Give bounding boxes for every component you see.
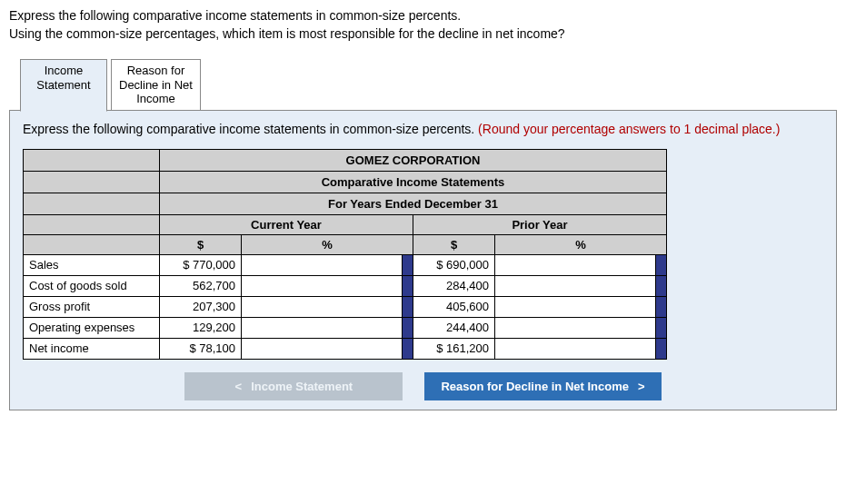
cell-handle-icon[interactable] [655,297,666,317]
percent-current-cell [242,254,413,275]
percent-current-input[interactable] [242,297,402,317]
statement-subtitle: Comparative Income Statements [160,171,667,193]
amount-current: $ 770,000 [160,254,242,275]
tab-label: Income [136,92,175,105]
col-percent: % [242,234,413,254]
amount-prior: $ 690,000 [413,254,495,275]
cell-handle-icon[interactable] [655,318,666,338]
amount-current: 129,200 [160,317,242,338]
cell-handle-icon[interactable] [655,255,666,275]
amount-prior: 405,600 [413,296,495,317]
percent-current-input[interactable] [242,255,402,275]
amount-prior: 284,400 [413,275,495,296]
cell-handle-icon[interactable] [402,297,413,317]
col-dollar: $ [413,234,495,254]
tab-label: Reason for [127,64,185,77]
col-percent: % [495,234,667,254]
tab-label: Decline in Net [119,78,193,92]
percent-current-input[interactable] [242,276,402,296]
tab-income-statement[interactable]: Income Statement [20,59,107,112]
statement-period: For Years Ended December 31 [160,193,667,214]
table-row: Net income $ 78,100 $ 161,200 [24,338,667,359]
question-line1: Express the following comparative income… [9,8,461,23]
amount-current: $ 78,100 [160,338,242,359]
instruction-main: Express the following comparative income… [23,122,478,136]
chevron-right-icon: > [638,380,645,393]
question-text: Express the following comparative income… [9,7,837,43]
col-current-year: Current Year [160,214,413,234]
tab-reason-decline[interactable]: Reason for Decline in Net Income [111,59,201,111]
stub-cell [24,149,160,171]
col-prior-year: Prior Year [413,214,667,234]
stub-cell [24,193,160,214]
cell-handle-icon[interactable] [402,276,413,296]
question-line2: Using the common-size percentages, which… [9,26,565,41]
tab-bar: Income Statement Reason for Decline in N… [20,59,837,111]
stub-cell [24,234,160,254]
prev-button-label: Income Statement [251,380,353,393]
cell-handle-icon[interactable] [402,339,413,359]
cell-handle-icon[interactable] [402,255,413,275]
row-label: Cost of goods sold [24,275,160,296]
table-row: Operating expenses 129,200 244,400 [24,317,667,338]
amount-prior: 244,400 [413,317,495,338]
table-row: Cost of goods sold 562,700 284,400 [24,275,667,296]
table-row: Sales $ 770,000 $ 690,000 [24,254,667,275]
nav-buttons: < Income Statement Reason for Decline in… [10,372,836,400]
cell-handle-icon[interactable] [655,276,666,296]
tab-label: Statement [36,78,90,92]
instruction-text: Express the following comparative income… [23,122,823,136]
row-label: Gross profit [24,296,160,317]
worksheet-panel: Express the following comparative income… [9,110,837,410]
amount-current: 562,700 [160,275,242,296]
table-row: Gross profit 207,300 405,600 [24,296,667,317]
percent-prior-input[interactable] [495,318,655,338]
stub-cell [24,214,160,234]
company-title: GOMEZ CORPORATION [160,149,667,171]
amount-prior: $ 161,200 [413,338,495,359]
chevron-left-icon: < [235,380,243,393]
col-dollar: $ [160,234,242,254]
amount-current: 207,300 [160,296,242,317]
percent-prior-input[interactable] [495,255,655,275]
income-statement-table: GOMEZ CORPORATION Comparative Income Sta… [23,149,667,360]
next-button[interactable]: Reason for Decline in Net Income > [424,372,661,400]
income-statement-sheet: GOMEZ CORPORATION Comparative Income Sta… [23,149,667,360]
percent-prior-input[interactable] [495,339,655,359]
prev-button[interactable]: < Income Statement [184,372,403,400]
cell-handle-icon[interactable] [402,318,413,338]
row-label: Operating expenses [24,317,160,338]
cell-handle-icon[interactable] [655,339,666,359]
percent-prior-input[interactable] [495,276,655,296]
instruction-rounding: (Round your percentage answers to 1 deci… [478,122,780,136]
tab-label: Income [45,64,84,77]
row-label: Sales [24,254,160,275]
row-label: Net income [24,338,160,359]
percent-current-input[interactable] [242,339,402,359]
next-button-label: Reason for Decline in Net Income [441,380,629,393]
percent-prior-input[interactable] [495,297,655,317]
stub-cell [24,171,160,193]
percent-prior-cell [495,254,667,275]
percent-current-input[interactable] [242,318,402,338]
